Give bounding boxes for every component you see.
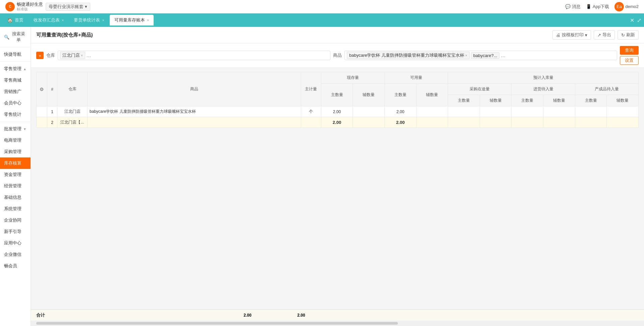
product-ellipsis[interactable]: ...	[501, 52, 505, 58]
logo-main: 畅捷通好生意	[17, 2, 43, 7]
sidebar-item-retail-mall[interactable]: 零售商城	[0, 75, 31, 86]
retail-mgmt-arrow: ▲	[23, 67, 26, 71]
sidebar-item-operation[interactable]: 经营管理	[0, 180, 31, 192]
row1-in-sub	[543, 106, 575, 117]
app-download-button[interactable]: 📱 App下载	[586, 4, 609, 10]
th-product: 商品	[88, 72, 301, 106]
username-label: demo2	[625, 4, 639, 9]
row1-pro-sub	[607, 106, 639, 117]
gear-icon[interactable]: ⚙	[40, 87, 44, 92]
content-area: 可用量查询(按仓库+商品) 🖨 按模板打印 ▾ ↗ 导出 ↻ 刷新	[31, 27, 644, 326]
refresh-label: 刷新	[626, 32, 635, 38]
tab-shoufacun-close[interactable]: ×	[62, 18, 64, 22]
print-arrow-icon: ▾	[585, 33, 587, 38]
row1-pro-main	[575, 106, 607, 117]
inventory-label: 库存核算	[4, 160, 21, 166]
sidebar-item-app-center[interactable]: 应用中心	[0, 237, 31, 249]
tab-home-label: 首页	[15, 17, 23, 23]
table-area: ⚙ # 仓库 商品 主计量 现存量 可用量 预计入库量 主数量 辅数量 主数量	[31, 68, 644, 309]
tab-home[interactable]: 🏠 首页	[3, 15, 28, 26]
tab-yaohuo[interactable]: 要货单统计表 ×	[69, 15, 109, 26]
expand-icon: »	[39, 53, 41, 58]
main-layout: 🔍 搜索菜单 快捷导航 零售管理 ▲ 零售商城 营销推广 会员中心	[0, 27, 644, 326]
app-download-label: App下载	[593, 4, 609, 10]
industry-label: 母婴行业演示账套	[49, 4, 84, 10]
quicknav-label: 快捷导航	[4, 51, 21, 57]
vip-label: 畅会员	[4, 263, 17, 269]
sidebar-item-retail-mgmt[interactable]: 零售管理 ▲	[0, 63, 31, 75]
sidebar-divider-2	[0, 122, 31, 122]
th-purchase-group: 采购在途量	[448, 84, 512, 95]
th-warehouse: 仓库	[57, 72, 88, 106]
industry-selector[interactable]: 母婴行业演示账套 ▾	[46, 3, 90, 11]
th-pro-main: 主数量	[575, 95, 607, 106]
query-button[interactable]: 查询	[620, 46, 639, 55]
tab-keyongliang-close[interactable]: ×	[147, 18, 149, 22]
nav-tabs: 🏠 首页 收发存汇总表 × 要货单统计表 × 可用量库存账本 × ✕ ⤢	[0, 13, 644, 27]
th-in-main: 主数量	[512, 95, 543, 106]
row1-product: babycare学饮杯 儿童防摔防撞吸管杯重力球吸嘴杯宝宝水杯	[88, 106, 301, 117]
sidebar-item-member[interactable]: 会员中心	[0, 97, 31, 109]
tab-shoufacun[interactable]: 收发存汇总表 ×	[29, 15, 68, 26]
product-tag-1-text: babycare学饮杯 儿童防摔防撞吸管杯重力球吸嘴杯宝宝水杯	[349, 52, 464, 58]
sidebar-item-newbie[interactable]: 新手引导	[0, 226, 31, 237]
logo-text: 畅捷通好生意 标准版	[17, 2, 43, 11]
product-filter-label: 商品	[333, 52, 342, 58]
export-button[interactable]: ↗ 导出	[594, 30, 615, 40]
export-icon: ↗	[597, 33, 601, 38]
sidebar-item-system[interactable]: 系统管理	[0, 203, 31, 215]
sidebar-item-wechat[interactable]: 企业微信	[0, 249, 31, 260]
sidebar-item-vip[interactable]: 畅会员	[0, 260, 31, 272]
warehouse-ellipsis[interactable]: ...	[87, 52, 91, 58]
enterprise-label: 企业协同	[4, 217, 21, 223]
filter-row: 仓库 江北门店 × ... 商品 babycare学饮杯 儿童防摔防撞吸管杯重力…	[46, 51, 617, 60]
sidebar-item-wholesale[interactable]: 批发管理 ▼	[0, 123, 31, 135]
th-pur-main: 主数量	[448, 95, 480, 106]
row2-warehouse: 江北门店【...	[57, 117, 88, 128]
close-window-icon[interactable]: ✕	[630, 17, 634, 24]
th-current-group: 现存量	[321, 72, 384, 84]
warehouse-tag-1-close[interactable]: ×	[81, 54, 83, 57]
sidebar-item-purchase[interactable]: 采购管理	[0, 146, 31, 157]
row1-no: 1	[47, 106, 57, 117]
tab-yaohuo-close[interactable]: ×	[102, 18, 104, 22]
filter-settings-button[interactable]: 设置	[620, 56, 639, 65]
sidebar-item-quicknav[interactable]: 快捷导航	[0, 49, 31, 60]
message-button[interactable]: 💬 消息	[565, 4, 581, 10]
search-menu-button[interactable]: 🔍 搜索菜单	[3, 30, 28, 44]
sidebar-item-finance[interactable]: 资金管理	[0, 169, 31, 180]
sidebar-item-retail-stats[interactable]: 零售统计	[0, 109, 31, 120]
sidebar-item-enterprise[interactable]: 企业协同	[0, 215, 31, 226]
sidebar-item-ecommerce[interactable]: 电商管理	[0, 135, 31, 146]
row2-settings	[37, 117, 47, 128]
expand-window-icon[interactable]: ⤢	[637, 17, 641, 24]
row2-product	[88, 117, 301, 128]
warehouse-filter-tags[interactable]: 江北门店 × ...	[58, 51, 330, 60]
refresh-icon: ↻	[621, 33, 625, 38]
warehouse-tag-1-text: 江北门店	[62, 52, 80, 58]
th-pro-sub: 辅数量	[607, 95, 639, 106]
sidebar-item-inventory[interactable]: 库存核算	[0, 157, 31, 169]
filter-expand-button[interactable]: »	[36, 52, 44, 59]
row2-no: 2	[47, 117, 57, 128]
row2-current-sub	[353, 117, 385, 128]
horizontal-scrollbar[interactable]	[36, 322, 398, 325]
row2-pro-sub	[607, 117, 639, 128]
tab-keyongliang[interactable]: 可用量库存账本 ×	[110, 15, 154, 26]
basic-info-label: 基础信息	[4, 194, 21, 200]
print-button[interactable]: 🖨 按模板打印 ▾	[552, 30, 591, 40]
user-area[interactable]: Ea demo2	[614, 2, 639, 11]
row1-settings	[37, 106, 47, 117]
product-filter-tags[interactable]: babycare学饮杯 儿童防摔防撞吸管杯重力球吸嘴杯宝宝水杯 × babyca…	[344, 51, 617, 60]
tab-yaohuo-label: 要货单统计表	[74, 17, 100, 23]
logo-area: C 畅捷通好生意 标准版	[5, 2, 43, 11]
tab-keyongliang-label: 可用量库存账本	[114, 17, 145, 23]
product-tag-1-close[interactable]: ×	[465, 54, 467, 57]
page-title: 可用量查询(按仓库+商品)	[36, 32, 93, 38]
refresh-button[interactable]: ↻ 刷新	[618, 30, 639, 40]
sidebar-item-marketing[interactable]: 营销推广	[0, 86, 31, 97]
th-settings: ⚙	[37, 72, 47, 106]
scrollbar-area[interactable]	[31, 321, 644, 326]
product-tag-2-text: babycare?...	[473, 53, 497, 58]
sidebar-item-basic-info[interactable]: 基础信息	[0, 192, 31, 203]
